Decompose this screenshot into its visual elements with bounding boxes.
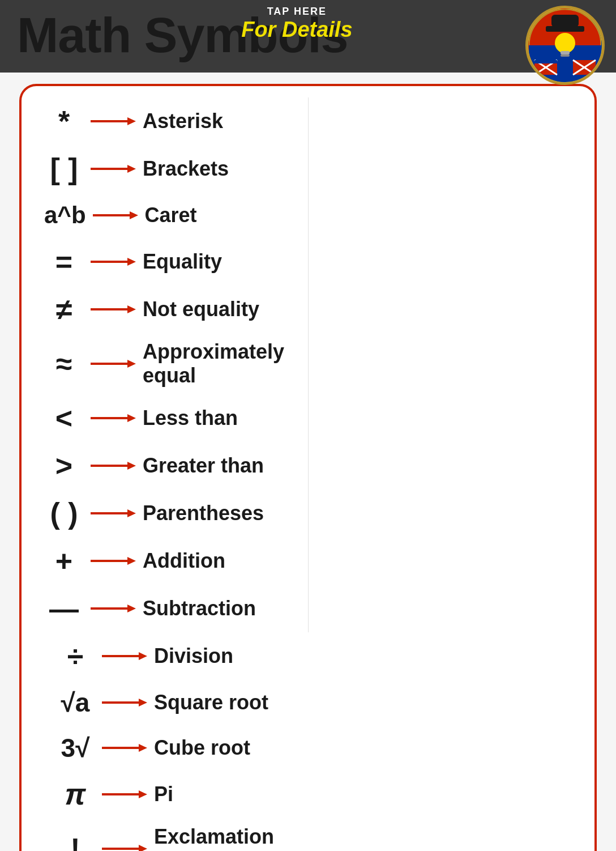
- arrow-subtraction: [91, 601, 136, 616]
- brackets-char: [ ]: [44, 152, 84, 186]
- exclamation-char: !: [55, 832, 95, 851]
- symbols-grid: * Asterisk [ ] Brackets a^b Caret: [38, 97, 578, 851]
- symbol-row-asterisk: * Asterisk: [38, 97, 308, 145]
- subtraction-char: —: [44, 592, 84, 626]
- logo-svg: [529, 9, 601, 82]
- equality-char: =: [44, 245, 84, 279]
- svg-marker-41: [139, 699, 147, 707]
- subtraction-name: Subtraction: [143, 597, 256, 620]
- asterisk-char: *: [44, 104, 84, 138]
- arrow-approx: [91, 356, 136, 372]
- symbol-row-addition: + Addition: [38, 537, 308, 585]
- division-char: ÷: [55, 639, 95, 673]
- symbol-row-subtraction: — Subtraction: [38, 585, 308, 632]
- arrow-caret: [93, 207, 138, 223]
- brackets-name: Brackets: [143, 157, 229, 181]
- exclamation-name: Exclamation mark: [154, 825, 302, 851]
- pi-name: Pi: [154, 782, 173, 806]
- squareroot-name: Square root: [154, 691, 268, 714]
- squareroot-char: √a: [55, 687, 95, 718]
- asterisk-name: Asterisk: [143, 109, 223, 133]
- tap-label: TAP HERE: [267, 6, 327, 18]
- symbol-row-exclamation: ! Exclamation mark: [50, 818, 308, 851]
- arrow-asterisk: [91, 113, 136, 129]
- equality-name: Equality: [143, 250, 222, 274]
- svg-marker-39: [139, 652, 147, 660]
- svg-marker-17: [127, 117, 136, 125]
- arrow-notequal: [91, 301, 136, 317]
- parentheses-char: ( ): [44, 496, 84, 530]
- symbol-row-lessthan: < Less than: [38, 394, 308, 442]
- svg-rect-12: [534, 60, 557, 63]
- svg-marker-37: [127, 605, 136, 612]
- svg-rect-8: [561, 54, 570, 57]
- symbol-row-greaterthan: > Greater than: [38, 442, 308, 490]
- symbol-row-notequal: ≠ Not equality: [38, 286, 308, 333]
- arrow-parentheses: [91, 505, 136, 521]
- lessthan-char: <: [44, 401, 84, 435]
- symbol-row-division: ÷ Division: [50, 632, 308, 680]
- svg-marker-31: [127, 462, 136, 470]
- greaterthan-char: >: [44, 449, 84, 483]
- svg-marker-27: [127, 360, 136, 368]
- caret-char: a^b: [44, 202, 86, 229]
- svg-marker-35: [127, 557, 136, 565]
- approx-char: ≈: [44, 347, 84, 381]
- arrow-division: [102, 648, 147, 664]
- svg-rect-5: [551, 15, 579, 27]
- svg-marker-47: [139, 845, 147, 851]
- tap-here-banner[interactable]: TAP HERE For Details: [241, 6, 352, 42]
- arrow-brackets: [91, 161, 136, 177]
- addition-name: Addition: [143, 549, 225, 573]
- arrow-squareroot: [102, 695, 147, 710]
- symbol-row-cuberoot: 3√ Cube root: [50, 725, 308, 771]
- cuberoot-name: Cube root: [154, 736, 250, 760]
- greaterthan-name: Greater than: [143, 454, 264, 478]
- symbol-row-caret: a^b Caret: [38, 193, 308, 238]
- main-card: * Asterisk [ ] Brackets a^b Caret: [19, 84, 597, 851]
- symbol-row-pi: π Pi: [50, 771, 308, 818]
- arrow-cuberoot: [102, 740, 147, 756]
- header: Math Symbols TAP HERE For Details: [0, 0, 616, 73]
- svg-marker-25: [127, 305, 136, 313]
- arrow-pi: [102, 786, 147, 802]
- lessthan-name: Less than: [143, 406, 238, 430]
- division-name: Division: [154, 644, 233, 668]
- arrow-greaterthan: [91, 458, 136, 474]
- svg-rect-7: [561, 51, 570, 54]
- arrow-exclamation: [102, 841, 147, 851]
- svg-marker-21: [130, 211, 138, 219]
- svg-marker-19: [127, 165, 136, 173]
- symbol-row-approx: ≈ Approximately equal: [38, 333, 308, 394]
- parentheses-name: Parentheses: [143, 501, 264, 525]
- svg-marker-23: [127, 258, 136, 266]
- pi-char: π: [55, 777, 95, 811]
- logo: [525, 6, 605, 85]
- right-column: ÷ Division √a Square root 3√ Cube root: [38, 632, 308, 851]
- addition-char: +: [44, 544, 84, 578]
- logo-inner: [528, 8, 602, 82]
- column-divider: [308, 97, 309, 632]
- symbol-row-brackets: [ ] Brackets: [38, 145, 308, 193]
- notequal-char: ≠: [44, 292, 84, 326]
- symbol-row-parentheses: ( ) Parentheses: [38, 490, 308, 537]
- tap-details: For Details: [241, 18, 352, 42]
- cuberoot-char: 3√: [55, 733, 95, 763]
- caret-name: Caret: [145, 203, 197, 227]
- arrow-addition: [91, 553, 136, 569]
- svg-point-6: [555, 33, 575, 53]
- notequal-name: Not equality: [143, 297, 259, 321]
- arrow-lessthan: [91, 410, 136, 426]
- left-column: * Asterisk [ ] Brackets a^b Caret: [38, 97, 308, 632]
- svg-marker-43: [139, 744, 147, 752]
- arrow-equality: [91, 254, 136, 270]
- symbol-row-squareroot: √a Square root: [50, 680, 308, 725]
- svg-marker-29: [127, 414, 136, 422]
- approx-name: Approximately equal: [143, 340, 302, 388]
- symbol-row-equality: = Equality: [38, 238, 308, 286]
- svg-marker-33: [127, 509, 136, 517]
- svg-marker-45: [139, 790, 147, 798]
